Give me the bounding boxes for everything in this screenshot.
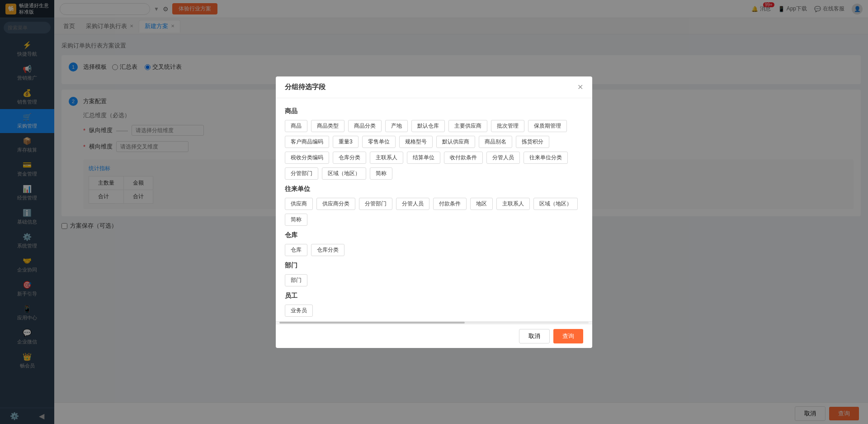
field-tag[interactable]: 商品分类	[348, 120, 382, 132]
field-tag[interactable]: 产地	[385, 120, 408, 132]
modal-footer: 取消 查询	[276, 324, 592, 348]
field-tag[interactable]: 仓库	[285, 244, 307, 256]
field-tag[interactable]: 地区	[470, 198, 493, 210]
department-field-grid: 部门	[285, 274, 583, 286]
field-tag[interactable]: 分管人员	[486, 152, 520, 164]
field-tag[interactable]: 规格型号	[399, 136, 433, 148]
section-title-department: 部门	[285, 262, 583, 270]
modal-body: 商品 商品 商品类型 商品分类 产地 默认仓库 主要供应商 批次管理 保质期管理…	[276, 98, 592, 322]
modal-overlay: 分组待选字段 ✕ 商品 商品 商品类型 商品分类 产地 默认仓库 主要供应商 批…	[0, 0, 868, 424]
section-title-partner: 往来单位	[285, 185, 583, 193]
modal-scrollbar-area	[276, 321, 592, 324]
section-title-warehouse: 仓库	[285, 231, 583, 239]
field-tag[interactable]: 业务员	[285, 305, 313, 317]
field-tag[interactable]: 保质期管理	[528, 120, 567, 132]
field-tag[interactable]: 仓库分类	[311, 244, 344, 256]
field-tag[interactable]: 商品别名	[479, 136, 512, 148]
field-tag[interactable]: 往来单位分类	[524, 152, 568, 164]
field-tag[interactable]: 分管人员	[396, 198, 429, 210]
field-tag[interactable]: 简称	[370, 167, 392, 180]
partner-field-grid: 供应商 供应商分类 分管部门 分管人员 付款条件 地区 主联系人 区域（地区） …	[285, 198, 583, 226]
field-tag[interactable]: 仓库分类	[333, 152, 366, 164]
field-tag[interactable]: 区域（地区）	[533, 198, 578, 210]
field-tag[interactable]: 重量3	[333, 136, 359, 148]
modal-title: 分组待选字段	[285, 83, 326, 91]
field-tag[interactable]: 部门	[285, 274, 307, 286]
field-tag[interactable]: 区域（地区）	[322, 167, 366, 180]
field-tag[interactable]: 主联系人	[370, 152, 403, 164]
field-tag[interactable]: 批次管理	[491, 120, 524, 132]
modal-header: 分组待选字段 ✕	[276, 76, 592, 98]
field-tag[interactable]: 主联系人	[496, 198, 530, 210]
scrollbar-track	[279, 322, 589, 324]
field-tag[interactable]: 供应商分类	[316, 198, 355, 210]
field-tag[interactable]: 供应商	[285, 198, 313, 210]
field-tag[interactable]: 商品	[285, 120, 307, 132]
employee-field-grid: 业务员	[285, 305, 583, 317]
field-tag[interactable]: 分管部门	[285, 167, 318, 180]
scrollbar-thumb[interactable]	[279, 322, 465, 324]
field-tag[interactable]: 付款条件	[433, 198, 467, 210]
field-tag[interactable]: 拣货积分	[516, 136, 549, 148]
field-tag[interactable]: 零售单位	[362, 136, 396, 148]
field-tag[interactable]: 税收分类编码	[285, 152, 329, 164]
product-field-grid: 商品 商品类型 商品分类 产地 默认仓库 主要供应商 批次管理 保质期管理 客户…	[285, 120, 583, 180]
field-tag[interactable]: 收付款条件	[444, 152, 483, 164]
modal-cancel-button[interactable]: 取消	[519, 329, 550, 343]
field-select-modal: 分组待选字段 ✕ 商品 商品 商品类型 商品分类 产地 默认仓库 主要供应商 批…	[276, 76, 592, 348]
modal-close-button[interactable]: ✕	[577, 83, 583, 91]
field-tag[interactable]: 默认供应商	[436, 136, 475, 148]
field-tag[interactable]: 默认仓库	[411, 120, 445, 132]
modal-confirm-button[interactable]: 查询	[553, 329, 583, 343]
field-tag[interactable]: 客户商品编码	[285, 136, 329, 148]
section-title-product: 商品	[285, 107, 583, 115]
warehouse-field-grid: 仓库 仓库分类	[285, 244, 583, 256]
field-tag[interactable]: 分管部门	[359, 198, 392, 210]
field-tag[interactable]: 结算单位	[407, 152, 440, 164]
field-tag[interactable]: 简称	[285, 214, 307, 226]
field-tag[interactable]: 主要供应商	[448, 120, 487, 132]
section-title-employee: 员工	[285, 292, 583, 300]
field-tag[interactable]: 商品类型	[311, 120, 344, 132]
